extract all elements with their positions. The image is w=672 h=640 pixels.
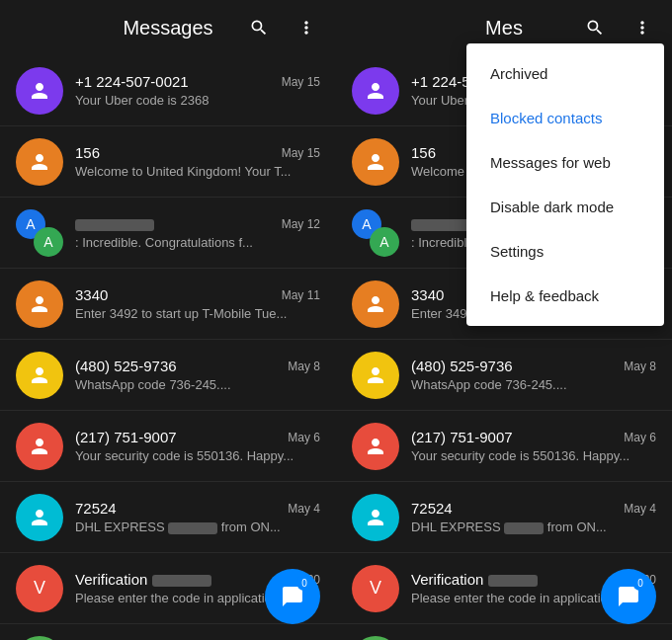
avatar: V	[16, 565, 63, 612]
message-preview: DHL EXPRESS from ON...	[411, 520, 656, 534]
message-content: 156 May 15 Welcome to United Kingdom! Yo…	[75, 144, 320, 179]
menu-item-web[interactable]: Messages for web	[466, 140, 664, 185]
sender-name: (217) 751-9007	[75, 429, 177, 445]
more-button-right[interactable]	[629, 14, 656, 41]
list-item[interactable]: K Apr 21 Oh ok...	[0, 624, 336, 640]
avatar	[352, 423, 399, 470]
message-content: (480) 525-9736 May 8 WhatsApp code 736-2…	[411, 358, 656, 392]
menu-item-archived[interactable]: Archived	[466, 51, 664, 96]
message-preview: Your Uber code is 2368	[75, 93, 320, 108]
avatar	[352, 67, 399, 115]
avatar	[16, 352, 63, 399]
list-item[interactable]: K Apr 21 Oh ok...	[336, 624, 672, 640]
message-time: May 8	[288, 360, 320, 373]
menu-item-blocked[interactable]: Blocked contacts	[466, 96, 664, 140]
message-content: May 12 : Incredible. Congratulations f..…	[75, 215, 320, 250]
message-content: 3340 May 11 Enter 3492 to start up T-Mob…	[75, 286, 320, 321]
toolbar-icons-right	[581, 14, 656, 41]
message-preview: Welcome to United Kingdom! Your T...	[75, 164, 320, 179]
sender-name: 3340	[411, 286, 444, 303]
avatar: K	[352, 636, 399, 641]
avatar	[16, 423, 63, 470]
sender-name: 72524	[411, 500, 453, 517]
sender-name: 3340	[75, 286, 108, 303]
compose-fab-left[interactable]: 0	[265, 569, 320, 624]
menu-item-help[interactable]: Help & feedback	[466, 274, 664, 318]
toolbar-icons-left	[245, 14, 320, 41]
message-content: +1 224-507-0021 May 15 Your Uber code is…	[75, 73, 320, 108]
avatar: V	[352, 565, 399, 612]
message-time: May 6	[624, 431, 656, 444]
avatar	[16, 67, 63, 115]
message-time: May 6	[288, 431, 320, 444]
sender-name: 156	[411, 144, 436, 161]
list-item[interactable]: (480) 525-9736 May 8 WhatsApp code 736-2…	[336, 340, 672, 411]
menu-item-darkmode[interactable]: Disable dark mode	[466, 185, 664, 229]
avatar	[352, 138, 399, 186]
compose-fab-right[interactable]: 0	[601, 569, 656, 624]
dropdown-menu: Archived Blocked contacts Messages for w…	[466, 43, 664, 326]
message-time: May 4	[288, 502, 320, 516]
sender-name	[75, 215, 154, 232]
message-content: 72524 May 4 DHL EXPRESS from ON...	[411, 500, 656, 534]
search-button-left[interactable]	[245, 14, 273, 41]
message-time: May 11	[282, 288, 320, 302]
left-panel: Messages +1 224-507-0021 May 15 Your Ube…	[0, 0, 336, 640]
list-item[interactable]: 3340 May 11 Enter 3492 to start up T-Mob…	[0, 269, 336, 340]
avatar	[16, 138, 63, 186]
message-preview: WhatsApp code 736-245....	[75, 377, 320, 392]
avatar: K	[16, 636, 63, 641]
menu-item-settings[interactable]: Settings	[466, 229, 664, 274]
search-button-right[interactable]	[581, 14, 609, 41]
message-preview: : Incredible. Congratulations f...	[75, 235, 320, 250]
sender-name	[411, 215, 470, 232]
avatar	[352, 352, 399, 399]
more-button-left[interactable]	[293, 14, 320, 41]
message-content: 72524 May 4 DHL EXPRESS from ON...	[75, 500, 320, 534]
list-item[interactable]: (217) 751-9007 May 6 Your security code …	[336, 411, 672, 482]
message-preview: WhatsApp code 736-245....	[411, 377, 656, 392]
avatar: A	[370, 227, 399, 257]
message-content: (217) 751-9007 May 6 Your security code …	[75, 429, 320, 463]
message-time: May 15	[282, 75, 320, 89]
sender-name: 72524	[75, 500, 117, 517]
sender-name: 156	[75, 144, 100, 161]
sender-name: (480) 525-9736	[75, 358, 177, 374]
list-item[interactable]: 72524 May 4 DHL EXPRESS from ON...	[336, 482, 672, 553]
message-time: May 8	[624, 360, 656, 373]
list-item[interactable]: (480) 525-9736 May 8 WhatsApp code 736-2…	[0, 340, 336, 411]
avatar: A	[34, 227, 63, 257]
sender-name: +1 224-507-0021	[75, 73, 189, 90]
message-content: (217) 751-9007 May 6 Your security code …	[411, 429, 656, 463]
list-item[interactable]: 72524 May 4 DHL EXPRESS from ON...	[0, 482, 336, 553]
list-item[interactable]: +1 224-507-0021 May 15 Your Uber code is…	[0, 55, 336, 126]
avatar-group: A A	[352, 209, 399, 257]
message-time: May 12	[282, 217, 320, 231]
message-time: May 4	[624, 502, 656, 516]
avatar	[16, 280, 63, 328]
message-content: (480) 525-9736 May 8 WhatsApp code 736-2…	[75, 358, 320, 392]
left-toolbar: Messages	[0, 0, 336, 55]
message-preview: Enter 3492 to start up T-Mobile Tue...	[75, 306, 320, 321]
sender-name: Verification	[75, 571, 211, 588]
fab-badge-right: 0	[632, 575, 648, 591]
message-preview: Your security code is 550136. Happy...	[411, 448, 656, 463]
message-list-left: +1 224-507-0021 May 15 Your Uber code is…	[0, 55, 336, 640]
right-panel: Mes +1 224-507-00 Your Uber code i	[336, 0, 672, 640]
avatar	[352, 494, 399, 541]
message-preview: Your security code is 550136. Happy...	[75, 448, 320, 463]
fab-badge: 0	[296, 575, 312, 591]
avatar-group: A A	[16, 209, 63, 257]
avatar	[16, 494, 63, 541]
message-preview: DHL EXPRESS from ON...	[75, 520, 320, 534]
sender-name: (480) 525-9736	[411, 358, 513, 374]
list-item[interactable]: (217) 751-9007 May 6 Your security code …	[0, 411, 336, 482]
sender-name: (217) 751-9007	[411, 429, 513, 445]
avatar	[352, 280, 399, 328]
message-time: May 15	[282, 146, 320, 160]
list-item[interactable]: A A May 12 : Incredible. Congratulations…	[0, 198, 336, 269]
sender-name: Verification	[411, 571, 538, 588]
list-item[interactable]: 156 May 15 Welcome to United Kingdom! Yo…	[0, 126, 336, 198]
